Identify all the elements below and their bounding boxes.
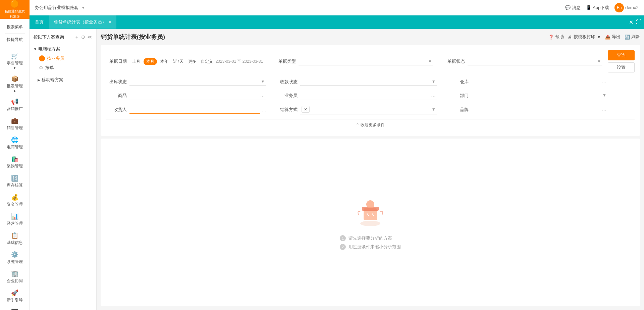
sidebar-item-inventory[interactable]: 🔢 库存核算 — [0, 172, 29, 191]
warehouse-dots[interactable]: ... — [602, 79, 606, 85]
filter-date: 单据日期 上月 本月 本年 近7天 更多 自定义 2023-03-01 至 20… — [106, 58, 264, 65]
left-panel-header: 按以下方案查询 ＋ ⊙ ≪ — [30, 32, 96, 43]
inventory-icon: 🔢 — [11, 174, 18, 182]
left-panel: 按以下方案查询 ＋ ⊙ ≪ ▼ 电脑端方案 按业务员 ⚙ 按单 — [30, 29, 97, 310]
sidebar-quick-nav[interactable]: 快捷导航 — [7, 35, 23, 45]
settle-label: 结算方式 — [277, 107, 300, 113]
sidebar-item-basic-label: 基础信息 — [7, 240, 23, 246]
system-icon: ⚙️ — [11, 251, 18, 258]
logo[interactable]: 🟠 畅捷通好生意 标准版 — [0, 0, 30, 19]
sidebar-item-marketing[interactable]: 📢 营销推广 — [0, 95, 29, 114]
tab-window-controls: ✕ ⛶ — [629, 19, 641, 25]
doc-type-arrow: ▼ — [428, 59, 432, 64]
filter-goods: 商品 ... — [106, 91, 266, 100]
pay-status-arrow: ▼ — [432, 79, 436, 84]
sidebar-item-guide[interactable]: 🚀 新手引导 — [0, 287, 29, 306]
window-minimize-btn[interactable]: ✕ — [629, 19, 633, 25]
add-scheme-btn[interactable]: ＋ — [74, 34, 79, 40]
collapse-bar[interactable]: ⌃ 收起更多条件 — [106, 119, 635, 131]
refresh-icon: 🔄 — [625, 35, 630, 40]
window-maximize-btn[interactable]: ⛶ — [636, 19, 641, 25]
sidebar-item-sales[interactable]: 💼 销售管理 — [0, 114, 29, 134]
filter-brand: 品牌 ... — [448, 105, 608, 114]
salesman-dots[interactable]: ... — [431, 92, 435, 98]
main-area: 办公用品行业模拟账套 ▼ 💬 消息 📱 App下载 Ea demo2 首页 — [30, 0, 644, 310]
sidebar-item-finance[interactable]: 💰 资金管理 — [0, 191, 29, 210]
mobile-scheme-header[interactable]: ▶ 移动端方案 — [30, 75, 96, 85]
export-btn[interactable]: 📤 导出 — [605, 34, 621, 40]
print-dropdown-icon: ▼ — [597, 35, 601, 40]
ecommerce-icon: 🌐 — [11, 136, 18, 144]
goods-dots[interactable]: ... — [260, 92, 265, 98]
warehouse-select[interactable]: ... — [471, 77, 608, 86]
goods-select[interactable]: ... — [129, 91, 266, 100]
settle-tag-x[interactable]: ✕ — [304, 107, 307, 112]
user-section[interactable]: Ea demo2 — [614, 3, 639, 12]
date-tab-7days[interactable]: 近7天 — [172, 58, 185, 65]
sidebar-item-ecommerce[interactable]: 🌐 电商管理 — [0, 134, 29, 153]
filter-row-4: 收货人 ... 结算方式 ✕ ▼ — [106, 105, 635, 114]
out-status-select[interactable]: ▼ — [129, 78, 266, 86]
edit-scheme-btn[interactable]: ⊙ — [81, 34, 85, 40]
empty-tip-2: 2 用过滤条件来缩小分析范围 — [340, 244, 401, 250]
sidebar-item-system[interactable]: ⚙️ 系统管理 — [0, 248, 29, 267]
doc-status-select[interactable]: ▼ — [468, 58, 602, 65]
query-button[interactable]: 查询 — [608, 50, 635, 60]
sidebar-item-operation[interactable]: 📊 经营管理 — [0, 210, 29, 229]
filter-warehouse: 仓库 ... — [448, 77, 608, 86]
date-tab-custom[interactable]: 自定义 — [200, 58, 214, 65]
brand-select[interactable]: ... — [471, 105, 608, 114]
top-title-dropdown-icon[interactable]: ▼ — [81, 5, 85, 10]
msg-btn[interactable]: 💬 消息 — [565, 5, 581, 11]
sidebar-item-wholesale-label: 批发管理 — [7, 83, 23, 89]
top-header-left: 办公用品行业模拟账套 ▼ — [35, 5, 85, 11]
salesman-select[interactable]: ... — [300, 91, 437, 100]
goods-label: 商品 — [106, 93, 129, 99]
print-btn[interactable]: 🖨 按模板打印 ▼ — [568, 34, 601, 40]
collapse-panel-btn[interactable]: ≪ — [87, 34, 92, 40]
pc-scheme-section: ▼ 电脑端方案 按业务员 ⚙ 按单 — [30, 43, 96, 74]
tab-close-icon[interactable]: ✕ — [108, 20, 112, 24]
export-label: 导出 — [612, 34, 621, 40]
wholesale-expand-icon: ▲ — [13, 89, 16, 93]
doc-type-label: 单据类型 — [275, 58, 299, 64]
sidebar-search-label[interactable]: 搜索菜单 — [7, 22, 23, 32]
filter-settle: 结算方式 ✕ ▼ — [277, 105, 437, 114]
brand-dots[interactable]: ... — [602, 106, 606, 112]
empty-state: 1 请先选择要分析的方案 2 用过滤条件来缩小分析范围 — [101, 139, 640, 306]
pay-status-select[interactable]: ▼ — [300, 78, 437, 86]
sidebar-item-wholesale[interactable]: 📦 批发管理 ▲ — [0, 72, 29, 95]
empty-illustration — [354, 195, 387, 228]
sidebar-item-enterprise[interactable]: 🏢 企业协同 — [0, 267, 29, 287]
settle-arrow: ▼ — [432, 107, 436, 112]
sidebar-item-guide-label: 新手引导 — [7, 297, 23, 303]
help-btn[interactable]: ❓ 帮助 — [548, 34, 564, 40]
pc-scheme-header[interactable]: ▼ 电脑端方案 — [30, 44, 96, 54]
refresh-btn[interactable]: 🔄 刷新 — [625, 34, 640, 40]
scheme-item-salesman[interactable]: 按业务员 — [30, 54, 96, 63]
sidebar-item-retail[interactable]: 🛒 零售管理 ▼ — [0, 50, 29, 72]
tip-1-num: 1 — [340, 235, 346, 241]
basic-icon: 📋 — [11, 232, 18, 239]
date-tab-more[interactable]: 更多 — [187, 58, 198, 65]
date-tab-thisyear[interactable]: 本年 — [159, 58, 170, 65]
app-download-btn[interactable]: 📱 App下载 — [586, 5, 609, 11]
doc-type-select[interactable]: ▼ — [299, 58, 433, 65]
scheme-item-order[interactable]: ⚙ 按单 — [30, 63, 96, 72]
print-label: 按模板打印 — [574, 34, 595, 40]
receiver-dots[interactable]: ... — [262, 107, 266, 113]
sidebar-item-basic[interactable]: 📋 基础信息 — [0, 229, 29, 248]
sidebar-item-purchase[interactable]: 🛍️ 采购管理 — [0, 153, 29, 172]
date-tab-thismonth[interactable]: 本月 — [144, 58, 157, 65]
settings-button[interactable]: 设置 — [608, 62, 635, 72]
tab-sales-stat[interactable]: 销货单统计表（按业务员） ✕ — [49, 15, 116, 29]
settle-select[interactable]: ✕ ▼ — [300, 105, 437, 114]
right-content: 销货单统计表(按业务员) ❓ 帮助 🖨 按模板打印 ▼ 📤 导出 — [97, 29, 644, 310]
dept-select[interactable]: ▼ — [471, 92, 608, 99]
sidebar-item-apps[interactable]: 🔲 应用中心 — [0, 306, 29, 310]
sidebar-item-marketing-label: 营销推广 — [7, 106, 23, 112]
date-tab-lastmonth[interactable]: 上月 — [131, 58, 142, 65]
filter-row-2: 出库状态 ▼ 收款状态 ▼ — [106, 77, 635, 86]
receiver-input[interactable] — [129, 106, 260, 114]
tab-home[interactable]: 首页 — [30, 15, 49, 29]
